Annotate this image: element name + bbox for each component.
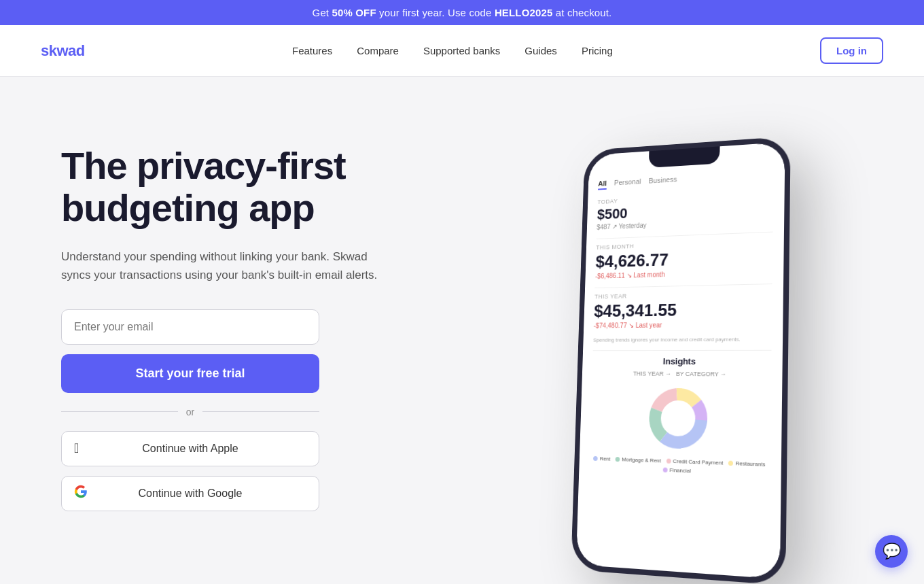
banner-prefix: Get (313, 7, 332, 18)
legend-rent: Rent (593, 456, 610, 462)
navbar: skwad Features Compare Supported banks G… (0, 25, 924, 77)
phone-tab-personal: Personal (614, 177, 641, 189)
phone-tabs: All Personal Business (598, 169, 774, 190)
banner-highlight2: HELLO2025 (495, 7, 553, 18)
hero-title: The privacy-first budgeting app (61, 145, 414, 228)
login-button[interactable]: Log in (820, 37, 883, 64)
chat-button[interactable]: 💬 (875, 535, 908, 568)
google-icon (74, 485, 88, 502)
nav-features[interactable]: Features (292, 45, 332, 56)
chat-icon: 💬 (883, 543, 901, 560)
nav-guides[interactable]: Guides (525, 45, 557, 56)
banner-middle: your first year. Use code (376, 7, 495, 18)
svg-point-5 (663, 403, 693, 434)
phone-insights: Insights THIS YEAR → BY CATEGORY → (589, 356, 771, 477)
nav-links: Features Compare Supported banks Guides … (292, 45, 613, 57)
phone-tab-all: All (598, 179, 607, 190)
hero-subtitle: Understand your spending without linking… (61, 247, 387, 284)
phone-note: Spending trends ignores your income and … (593, 336, 772, 344)
phone-divider3 (593, 350, 772, 351)
or-divider: or (61, 407, 319, 417)
apple-btn-label: Continue with Apple (74, 443, 306, 455)
chart-legend: Rent Mortgage & Rent Credit Card Payment (589, 456, 770, 477)
legend-financial: Financial (663, 467, 691, 475)
nav-compare[interactable]: Compare (357, 45, 399, 56)
google-btn-label: Continue with Google (74, 487, 306, 500)
phone-mockup-container: All Personal Business TODAY $500 $487 ↗ … (476, 118, 883, 584)
legend-mortgage: Mortgage & Rent (616, 456, 661, 464)
nav-pricing[interactable]: Pricing (582, 45, 613, 56)
phone-tab-business: Business (648, 175, 677, 188)
phone-year: THIS YEAR $45,341.55 -$74,480.77 ↘ Last … (594, 290, 772, 329)
promo-banner: Get 50% OFF your first year. Use code HE… (0, 0, 924, 25)
phone-screen: All Personal Business TODAY $500 $487 ↗ … (576, 142, 785, 579)
start-trial-button[interactable]: Start your free trial (61, 354, 319, 393)
insights-nav: THIS YEAR → BY CATEGORY → (592, 371, 771, 379)
google-signin-button[interactable]: Continue with Google (61, 476, 319, 511)
phone-today: TODAY $500 $487 ↗ Yesterday (597, 190, 773, 231)
donut-chart (590, 383, 771, 456)
email-input[interactable] (61, 309, 319, 345)
phone-mockup: All Personal Business TODAY $500 $487 ↗ … (571, 136, 791, 584)
phone-month: THIS MONTH $4,626.77 -$6,486.11 ↘ Last m… (595, 238, 773, 280)
nav-supported-banks[interactable]: Supported banks (423, 45, 500, 56)
hero-left: The privacy-first budgeting app Understa… (61, 118, 414, 521)
legend-credit: Credit Card Payment (667, 458, 724, 466)
divider-line-right (202, 411, 319, 412)
banner-highlight1: 50% OFF (332, 7, 376, 18)
or-text: or (186, 407, 194, 417)
main-content: The privacy-first budgeting app Understa… (0, 77, 924, 584)
apple-signin-button[interactable]:  Continue with Apple (61, 431, 319, 466)
logo[interactable]: skwad (41, 42, 85, 60)
divider-line-left (61, 411, 178, 412)
apple-icon:  (74, 441, 79, 456)
banner-suffix: at checkout. (552, 7, 611, 18)
legend-restaurants: Restaurants (728, 460, 765, 468)
phone-divider2 (595, 284, 772, 288)
